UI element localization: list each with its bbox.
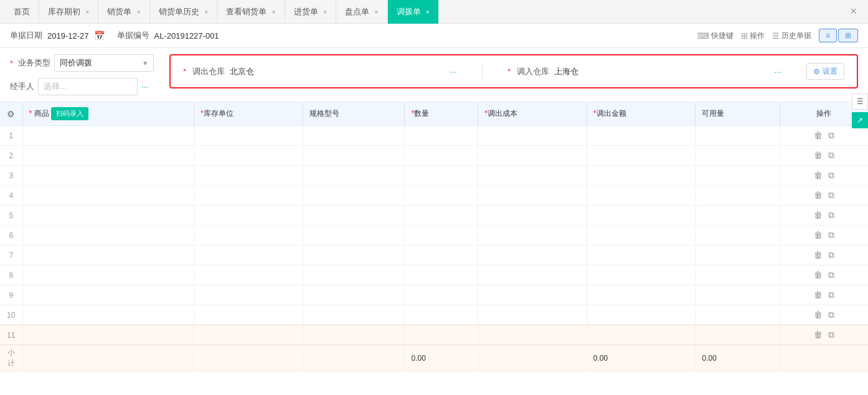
required-star-in: * [507,67,511,76]
row-cost-2[interactable] [478,146,587,166]
row-cost-1[interactable] [478,126,587,146]
delete-btn-2[interactable]: 🗑 [812,150,824,160]
grid-view-btn[interactable]: ⊞ [838,29,858,42]
row-product-1[interactable] [22,126,194,146]
copy-btn-8[interactable]: ⧉ [826,270,836,280]
copy-btn-5[interactable]: ⧉ [826,210,836,220]
tab-bar-close-btn[interactable]: × [844,5,863,18]
settings-th-icon: ⚙ [7,109,15,119]
row-qty-2[interactable] [405,146,478,166]
tab-transfer-close[interactable]: × [426,8,430,16]
tab-transfer[interactable]: 调拨单 × [388,0,438,24]
th-settings[interactable]: ⚙ [0,102,22,126]
row-amount-1[interactable] [587,126,696,146]
delete-btn-6[interactable]: 🗑 [812,230,824,240]
form-left: * 业务类型 同价调拨 ▼ 经手人 选择... ··· [10,54,159,95]
history-icon: ☰ [772,31,780,40]
th-spec: 规格型号 [303,102,405,126]
row-qty-3[interactable] [405,166,478,186]
tab-inventory-init[interactable]: 库存期初 × [39,0,98,24]
row-no-7: 7 [0,245,22,265]
th-unit: *库存单位 [194,102,303,126]
warehouse-out-more-icon[interactable]: ··· [450,67,457,77]
row-available-2[interactable] [696,146,780,166]
row-amount-2[interactable] [587,146,696,166]
calendar-icon[interactable]: 📅 [94,31,105,40]
handler-placeholder: 选择... [44,81,67,92]
delete-btn-10[interactable]: 🗑 [812,310,824,320]
copy-btn-11[interactable]: ⧉ [826,330,836,340]
warehouse-in-label: 调入仓库 [517,66,549,77]
delete-btn-11[interactable]: 🗑 [812,330,824,340]
tab-stocktake-label: 盘点单 [345,6,369,17]
tab-transfer-label: 调拨单 [397,6,421,17]
row-available-3[interactable] [696,166,780,186]
row-spec-1[interactable] [303,126,405,146]
tab-home[interactable]: 首页 [5,0,39,24]
delete-btn-3[interactable]: 🗑 [812,170,824,180]
handler-more-icon[interactable]: ··· [141,82,149,92]
row-spec-2[interactable] [303,146,405,166]
row-unit-1[interactable] [194,126,303,146]
tab-stocktake-close[interactable]: × [374,8,378,16]
tab-view-sales-close[interactable]: × [271,8,275,16]
row-product-3[interactable] [22,166,194,186]
table-row: 10 🗑 ⧉ [0,305,868,325]
scan-input-btn[interactable]: 扫码录入 [51,107,88,120]
copy-btn-7[interactable]: ⧉ [826,250,836,260]
shortcuts-label: 快捷键 [711,31,734,41]
copy-btn-3[interactable]: ⧉ [826,170,836,180]
copy-btn-6[interactable]: ⧉ [826,230,836,240]
row-product-2[interactable] [22,146,194,166]
row-available-1[interactable] [696,126,780,146]
subtotal-qty: 0.00 [405,345,478,372]
th-cost: *调出成本 [478,102,587,126]
row-unit-2[interactable] [194,146,303,166]
delete-btn-5[interactable]: 🗑 [812,210,824,220]
history-btn[interactable]: ☰ 历史单据 [772,31,811,41]
tab-view-sales-label: 查看销货单 [226,6,267,17]
settings-label: 设置 [823,66,837,77]
tab-inventory-init-label: 库存期初 [48,6,80,17]
tab-sales-order[interactable]: 销货单 × [98,0,149,24]
th-available: 可用量 [696,102,780,126]
row-qty-1[interactable] [405,126,478,146]
tab-sales-history[interactable]: 销货单历史 × [150,0,217,24]
tab-sales-history-close[interactable]: × [204,8,208,16]
tab-inventory-init-close[interactable]: × [85,8,89,16]
list-view-btn[interactable]: ≡ [819,29,837,42]
right-tool-list[interactable]: ☰ [852,93,868,110]
tab-purchase[interactable]: 进货单 × [285,0,336,24]
row-amount-3[interactable] [587,166,696,186]
delete-btn-1[interactable]: 🗑 [812,130,824,140]
tab-sales-order-close[interactable]: × [136,8,140,16]
business-type-select[interactable]: 同价调拨 ▼ [54,54,154,72]
row-no-6: 6 [0,226,22,245]
delete-btn-4[interactable]: 🗑 [812,190,824,200]
row-cost-3[interactable] [478,166,587,186]
copy-btn-9[interactable]: ⧉ [826,290,836,300]
row-no-3: 3 [0,166,22,186]
handler-select[interactable]: 选择... [38,78,138,95]
settings-btn[interactable]: ⚙ 设置 [806,63,844,80]
delete-btn-7[interactable]: 🗑 [812,250,824,260]
operations-btn[interactable]: ⊞ 操作 [741,31,765,41]
row-spec-3[interactable] [303,166,405,186]
row-no-4: 4 [0,186,22,206]
date-field-group: 单据日期 2019-12-27 📅 [10,30,105,41]
tab-stocktake[interactable]: 盘点单 × [336,0,387,24]
th-amount: *调出金额 [587,102,696,126]
copy-btn-10[interactable]: ⧉ [826,310,836,320]
delete-btn-9[interactable]: 🗑 [812,290,824,300]
copy-btn-1[interactable]: ⧉ [826,130,836,140]
delete-btn-8[interactable]: 🗑 [812,270,824,280]
copy-btn-2[interactable]: ⧉ [826,150,836,160]
tab-purchase-close[interactable]: × [323,8,327,16]
shortcuts-btn[interactable]: ⌨ 快捷键 [697,31,734,41]
tab-view-sales[interactable]: 查看销货单 × [217,0,285,24]
docno-field-group: 单据编号 AL-20191227-001 [117,30,219,41]
right-tool-expand[interactable]: ↗ [852,112,868,128]
copy-btn-4[interactable]: ⧉ [826,190,836,200]
row-unit-3[interactable] [194,166,303,186]
warehouse-in-more-icon[interactable]: ··· [774,67,781,77]
